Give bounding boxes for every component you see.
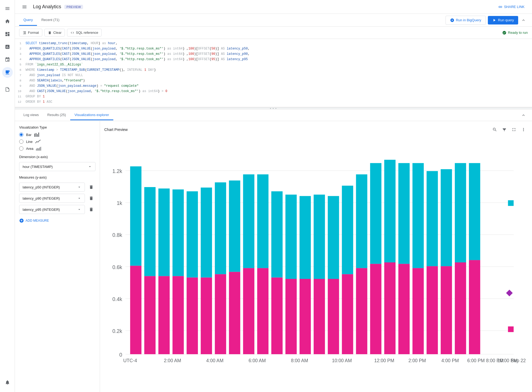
svg-rect-30	[201, 188, 212, 278]
svg-rect-56	[384, 160, 395, 262]
dimension-section: Dimension (x-axis) hour (TIMESTAMP)	[19, 155, 95, 171]
svg-rect-31	[215, 274, 226, 354]
svg-rect-54	[370, 163, 381, 264]
share-link-button[interactable]: SHARE LINK	[495, 3, 528, 11]
svg-rect-34	[229, 180, 240, 272]
svg-rect-39	[271, 278, 282, 354]
svg-rect-35	[243, 268, 254, 354]
bar-radio[interactable]	[19, 133, 23, 137]
svg-rect-58	[398, 163, 410, 264]
svg-rect-67	[469, 260, 480, 354]
run-query-button[interactable]: Run query	[488, 16, 518, 24]
sidebar-item-dashboard[interactable]	[2, 29, 13, 39]
sidebar-item-home[interactable]	[2, 16, 13, 27]
svg-text:2:00 PM: 2:00 PM	[408, 358, 426, 363]
code-line: 2 APPROX_QUANTILES(CAST(JSON_VALUE(json_…	[15, 46, 532, 52]
svg-rect-23	[158, 276, 169, 354]
more-options-button[interactable]	[519, 125, 528, 134]
query-tabs: Query Recent (71) Run in BigQuery Run qu…	[15, 14, 532, 27]
sidebar-item-logs[interactable]	[2, 67, 13, 78]
bar-label: Bar	[26, 133, 31, 137]
dimension-title: Dimension (x-axis)	[19, 155, 95, 159]
bottom-panel: Log views Results (25) Visualizations ex…	[15, 109, 532, 392]
code-line: 3 APPROX_QUANTILES(CAST(JSON_VALUE(json_…	[15, 52, 532, 57]
run-bigquery-button[interactable]: Run in BigQuery	[446, 16, 486, 25]
delete-measure-p95[interactable]	[87, 205, 95, 214]
svg-rect-47	[328, 279, 339, 354]
delete-measure-p90[interactable]	[87, 194, 95, 203]
svg-rect-46	[314, 195, 325, 279]
sidebar-hamburger[interactable]	[2, 3, 13, 14]
svg-rect-25	[172, 276, 184, 354]
svg-rect-26	[172, 189, 184, 276]
svg-rect-27	[187, 278, 198, 354]
line-radio[interactable]	[19, 139, 23, 144]
sidebar-item-analytics[interactable]	[2, 42, 13, 52]
viz-type-title: Visualization Type	[19, 125, 95, 129]
svg-rect-28	[187, 191, 198, 278]
code-editor[interactable]: 1 SELECT timestamp_trunc(timestamp, HOUR…	[15, 39, 532, 107]
code-line: 12 ORDER BY 1 ASC	[15, 100, 532, 105]
filter-chart-button[interactable]	[500, 125, 509, 134]
preview-badge: PREVIEW	[64, 5, 83, 9]
expand-query-button[interactable]	[519, 16, 528, 24]
svg-rect-52	[356, 174, 367, 268]
sql-reference-button[interactable]: SQL reference	[67, 29, 102, 36]
svg-text:Sep 22: Sep 22	[511, 358, 526, 363]
viz-type-bar[interactable]: Bar	[19, 133, 95, 137]
svg-rect-21	[144, 276, 155, 354]
svg-rect-29	[201, 278, 212, 354]
sidebar-item-settings[interactable]	[2, 377, 13, 388]
dimension-dropdown[interactable]: hour (TIMESTAMP)	[19, 162, 95, 171]
code-line: 1 SELECT timestamp_trunc(timestamp, HOUR…	[15, 41, 532, 46]
svg-rect-59	[413, 268, 424, 354]
svg-rect-42	[285, 195, 297, 279]
viz-chart-area: Chart Preview	[100, 121, 532, 392]
viz-type-area[interactable]: Area	[19, 146, 95, 151]
add-measure-button[interactable]: ADD MEASURE	[19, 216, 95, 225]
svg-text:0.4k: 0.4k	[112, 296, 122, 302]
resize-handle[interactable]: • • •	[15, 107, 532, 109]
svg-rect-2	[37, 134, 38, 137]
measure-row-p95: latency_p95 (INTEGER)	[19, 205, 95, 214]
svg-text:1k: 1k	[117, 200, 122, 206]
clear-button[interactable]: Clear	[44, 29, 65, 36]
svg-marker-4	[36, 147, 41, 151]
tab-results[interactable]: Results (25)	[43, 110, 70, 120]
search-chart-button[interactable]	[491, 125, 499, 134]
bottom-tabs: Log views Results (25) Visualizations ex…	[15, 109, 532, 121]
viz-type-line[interactable]: Line	[19, 139, 95, 144]
svg-rect-37	[257, 268, 268, 354]
svg-text:UTC-4: UTC-4	[123, 358, 137, 363]
measure-p95-dropdown[interactable]: latency_p95 (INTEGER)	[19, 205, 85, 214]
expand-chart-button[interactable]	[510, 125, 518, 134]
main-content: Log Analytics PREVIEW SHARE LINK Query R…	[15, 0, 532, 392]
svg-rect-84	[506, 290, 513, 296]
tab-query[interactable]: Query	[19, 15, 37, 26]
area-radio[interactable]	[19, 146, 23, 151]
svg-rect-69	[508, 200, 514, 206]
line-icon	[35, 139, 41, 144]
expand-bottom-button[interactable]	[519, 111, 528, 119]
menu-button[interactable]	[19, 2, 30, 12]
area-icon	[36, 146, 41, 151]
tab-log-views[interactable]: Log views	[19, 110, 43, 120]
delete-measure-p50[interactable]	[87, 183, 95, 191]
svg-rect-60	[413, 163, 424, 268]
sidebar-item-explore[interactable]	[2, 54, 13, 65]
measure-row-p50: latency_p50 (INTEGER)	[19, 183, 95, 192]
svg-rect-55	[384, 262, 395, 354]
chart-title: Chart Preview	[104, 127, 128, 132]
code-line: 9 AND JSON_VALUE(json_payload.message) =…	[15, 84, 532, 89]
measure-p50-dropdown[interactable]: latency_p50 (INTEGER)	[19, 183, 85, 192]
svg-rect-36	[243, 174, 254, 268]
tab-visualizations[interactable]: Visualizations explorer	[70, 110, 113, 120]
tab-recent[interactable]: Recent (71)	[37, 15, 64, 26]
sidebar-item-reports[interactable]	[2, 84, 13, 95]
format-button[interactable]: Format	[19, 29, 42, 36]
measure-p90-dropdown[interactable]: latency_p90 (INTEGER)	[19, 194, 85, 203]
chart-header: Chart Preview	[104, 125, 528, 134]
code-line: 5 FROM `logs_next22_US._AllLogs`	[15, 62, 532, 68]
chart-svg: 1.2k 1k 0.8k 0.6k 0.4k 0.2k 0	[104, 137, 528, 388]
svg-rect-53	[370, 264, 381, 354]
